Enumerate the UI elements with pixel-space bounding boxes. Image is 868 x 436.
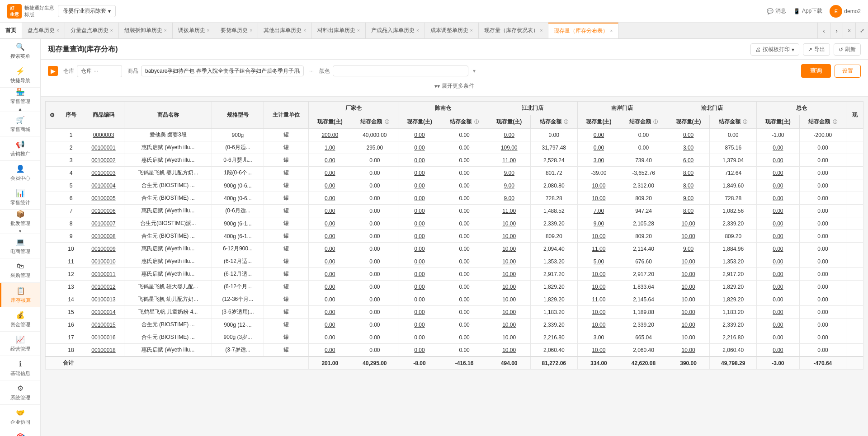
- sidebar-item-member[interactable]: 👤 会员中心: [0, 161, 40, 185]
- row-factory-stock[interactable]: 0.00: [309, 306, 351, 319]
- row-nanan-stock[interactable]: 10.00: [577, 281, 620, 293]
- row-gear[interactable]: [46, 243, 59, 255]
- row-code[interactable]: 00100009: [83, 243, 124, 255]
- row-jiangbei-stock[interactable]: 10.00: [488, 268, 530, 281]
- row-code[interactable]: 00100007: [83, 217, 124, 230]
- row-yubeimen-stock[interactable]: 9.00: [667, 192, 709, 205]
- row-chennan-stock[interactable]: 0.00: [398, 129, 441, 141]
- row-code[interactable]: 00100016: [83, 331, 124, 344]
- row-chennan-stock[interactable]: 0.00: [398, 319, 441, 331]
- info-icon[interactable]: ⓘ: [833, 119, 837, 124]
- row-total-stock[interactable]: 0.00: [757, 243, 799, 255]
- tab-zuzhechaixie[interactable]: 组装拆卸单历史 ×: [119, 23, 173, 39]
- setting-button[interactable]: 设置: [835, 65, 861, 78]
- row-chennan-stock[interactable]: 0.00: [398, 141, 441, 154]
- row-gear[interactable]: [46, 331, 59, 344]
- row-chennan-stock[interactable]: 0.00: [398, 217, 441, 230]
- row-jiangbei-stock[interactable]: 10.00: [488, 331, 530, 344]
- tab-kucun-status[interactable]: 现存量（库存状况表）×: [479, 23, 549, 39]
- sidebar-item-basic[interactable]: ℹ 基础信息: [0, 356, 40, 380]
- row-total-stock[interactable]: 0.00: [757, 205, 799, 217]
- row-yubeimen-stock[interactable]: 10.00: [667, 230, 709, 243]
- close-icon[interactable]: ×: [303, 28, 306, 33]
- row-gear[interactable]: [46, 141, 59, 154]
- row-factory-stock[interactable]: 0.00: [309, 268, 351, 281]
- row-gear[interactable]: [46, 319, 59, 331]
- row-jiangbei-stock[interactable]: 9.00: [488, 192, 530, 205]
- sidebar-item-wholesale[interactable]: 📦 批发管理 ▾: [0, 210, 40, 234]
- print-btn[interactable]: 🖨 按模板打印 ▾: [750, 43, 799, 56]
- expand-conditions-btn[interactable]: ▾▾ 展开更多条件: [431, 80, 478, 92]
- close-icon[interactable]: ×: [250, 28, 252, 33]
- row-code[interactable]: 00100015: [83, 319, 124, 331]
- row-yubeimen-stock[interactable]: 10.00: [667, 268, 709, 281]
- row-chennan-stock[interactable]: 0.00: [398, 255, 441, 268]
- row-jiangbei-stock[interactable]: 10.00: [488, 306, 530, 319]
- row-yubeimen-stock[interactable]: 10.00: [667, 344, 709, 357]
- row-jiangbei-stock[interactable]: 10.00: [488, 217, 530, 230]
- row-code[interactable]: 00100006: [83, 205, 124, 217]
- close-icon[interactable]: ×: [57, 28, 59, 33]
- row-nanan-stock[interactable]: 3.00: [577, 154, 620, 167]
- row-gear[interactable]: [46, 306, 59, 319]
- row-jiangbei-stock[interactable]: 11.00: [488, 154, 530, 167]
- sidebar-item-finance[interactable]: 💰 资金管理: [0, 307, 40, 332]
- row-chennan-stock[interactable]: 0.00: [398, 179, 441, 192]
- row-gear[interactable]: [46, 217, 59, 230]
- sidebar-item-nav[interactable]: ⚡ 快捷导航: [0, 63, 40, 88]
- row-factory-stock[interactable]: 0.00: [309, 281, 351, 293]
- row-yubeimen-stock[interactable]: 10.00: [667, 293, 709, 306]
- store-selector[interactable]: 母婴行业演示陈套 ▾: [58, 5, 116, 17]
- row-jiangbei-stock[interactable]: 10.00: [488, 281, 530, 293]
- row-jiangbei-stock[interactable]: 11.00: [488, 205, 530, 217]
- row-nanan-stock[interactable]: 11.00: [577, 243, 620, 255]
- sidebar-item-retail-stats[interactable]: 📊 零售统计: [0, 185, 40, 210]
- row-jiangbei-stock[interactable]: 9.00: [488, 167, 530, 179]
- row-factory-stock[interactable]: 0.00: [309, 319, 351, 331]
- app-download-btn[interactable]: 📱 App下载: [793, 7, 822, 15]
- row-code[interactable]: 00100002: [83, 154, 124, 167]
- sidebar-item-guide[interactable]: 🎯 新手引导: [0, 429, 40, 436]
- close-icon[interactable]: ×: [164, 28, 167, 33]
- tab-cailiaochu[interactable]: 材料出库单历史 ×: [312, 23, 366, 39]
- message-btn[interactable]: 💬 消息: [767, 7, 786, 15]
- close-icon[interactable]: ×: [610, 28, 613, 33]
- export-btn[interactable]: ↗ 导出: [803, 43, 830, 56]
- sidebar-item-system[interactable]: ⚙ 系统管理: [0, 380, 40, 405]
- row-chennan-stock[interactable]: 0.00: [398, 331, 441, 344]
- row-nanan-stock[interactable]: 10.00: [577, 230, 620, 243]
- row-chennan-stock[interactable]: 0.00: [398, 230, 441, 243]
- row-factory-stock[interactable]: 0.00: [309, 230, 351, 243]
- nav-next-btn[interactable]: ›: [830, 23, 843, 39]
- row-gear[interactable]: [46, 268, 59, 281]
- row-code[interactable]: 0000003: [83, 129, 124, 141]
- tab-fenpandian[interactable]: 分量盘点单历史 ×: [65, 23, 119, 39]
- row-code[interactable]: 00100005: [83, 192, 124, 205]
- row-total-stock[interactable]: 0.00: [757, 192, 799, 205]
- row-total-stock[interactable]: -1.00: [757, 129, 799, 141]
- tab-yaohuo[interactable]: 要货单历史 ×: [215, 23, 258, 39]
- row-gear[interactable]: [46, 154, 59, 167]
- user-area[interactable]: E demo2: [830, 5, 861, 18]
- row-factory-stock[interactable]: 0.00: [309, 243, 351, 255]
- info-icon[interactable]: ⓘ: [564, 119, 568, 124]
- row-yubeimen-stock[interactable]: 10.00: [667, 319, 709, 331]
- row-code[interactable]: 00100018: [83, 344, 124, 357]
- row-code[interactable]: 00100001: [83, 141, 124, 154]
- row-code[interactable]: 00100004: [83, 179, 124, 192]
- info-icon[interactable]: ⓘ: [743, 119, 747, 124]
- close-icon[interactable]: ×: [357, 28, 360, 33]
- sidebar-item-ecommerce[interactable]: 💻 电商管理: [0, 234, 40, 258]
- row-total-stock[interactable]: 0.00: [757, 331, 799, 344]
- nav-prev-btn[interactable]: ‹: [817, 23, 830, 39]
- row-gear[interactable]: [46, 129, 59, 141]
- row-chennan-stock[interactable]: 0.00: [398, 306, 441, 319]
- row-nanan-stock[interactable]: 7.00: [577, 205, 620, 217]
- row-gear[interactable]: [46, 230, 59, 243]
- row-yubeimen-stock[interactable]: 10.00: [667, 281, 709, 293]
- row-factory-stock[interactable]: 1.00: [309, 141, 351, 154]
- row-nanan-stock[interactable]: 10.00: [577, 306, 620, 319]
- info-icon[interactable]: ⓘ: [653, 119, 658, 124]
- row-total-stock[interactable]: 0.00: [757, 230, 799, 243]
- row-factory-stock[interactable]: 0.00: [309, 167, 351, 179]
